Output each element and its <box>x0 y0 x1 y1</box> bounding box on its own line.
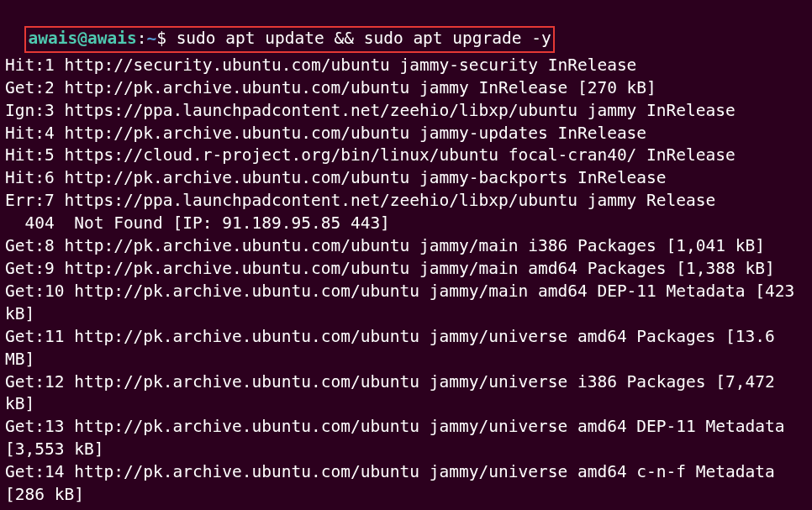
output-line: Get:11 http://pk.archive.ubuntu.com/ubun… <box>5 327 784 369</box>
output-line: Get:8 http://pk.archive.ubuntu.com/ubunt… <box>5 236 765 255</box>
output-line: Get:9 http://pk.archive.ubuntu.com/ubunt… <box>5 259 775 278</box>
prompt-colon: : <box>137 29 147 48</box>
output-line: Err:7 https://ppa.launchpadcontent.net/z… <box>5 191 715 210</box>
output-line: Get:14 http://pk.archive.ubuntu.com/ubun… <box>5 462 784 504</box>
output-line: 404 Not Found [IP: 91.189.95.85 443] <box>5 213 390 233</box>
output-line: Hit:5 https://cloud.r-project.org/bin/li… <box>5 145 736 165</box>
output-line: Get:13 http://pk.archive.ubuntu.com/ubun… <box>5 417 794 459</box>
output-line: Hit:6 http://pk.archive.ubuntu.com/ubunt… <box>5 168 667 187</box>
output-line: Hit:1 http://security.ubuntu.com/ubuntu … <box>5 55 636 75</box>
output-line: Ign:3 https://ppa.launchpadcontent.net/z… <box>5 101 736 120</box>
output-line: Get:12 http://pk.archive.ubuntu.com/ubun… <box>5 372 784 414</box>
prompt-dollar: $ <box>156 29 166 48</box>
output-line: Get:10 http://pk.archive.ubuntu.com/ubun… <box>5 281 804 323</box>
output-line: Get:2 http://pk.archive.ubuntu.com/ubunt… <box>5 78 656 97</box>
command-prompt: awais@awais:~$ sudo apt update && sudo a… <box>28 29 551 48</box>
user-host: awais@awais <box>28 29 136 48</box>
terminal-window[interactable]: awais@awais:~$ sudo apt update && sudo a… <box>5 3 807 510</box>
command-prompt-highlight: awais@awais:~$ sudo apt update && sudo a… <box>24 26 554 53</box>
prompt-path: ~ <box>146 29 156 48</box>
command-text: sudo apt update && sudo apt upgrade -y <box>177 29 551 48</box>
output-line: Hit:4 http://pk.archive.ubuntu.com/ubunt… <box>5 124 646 143</box>
